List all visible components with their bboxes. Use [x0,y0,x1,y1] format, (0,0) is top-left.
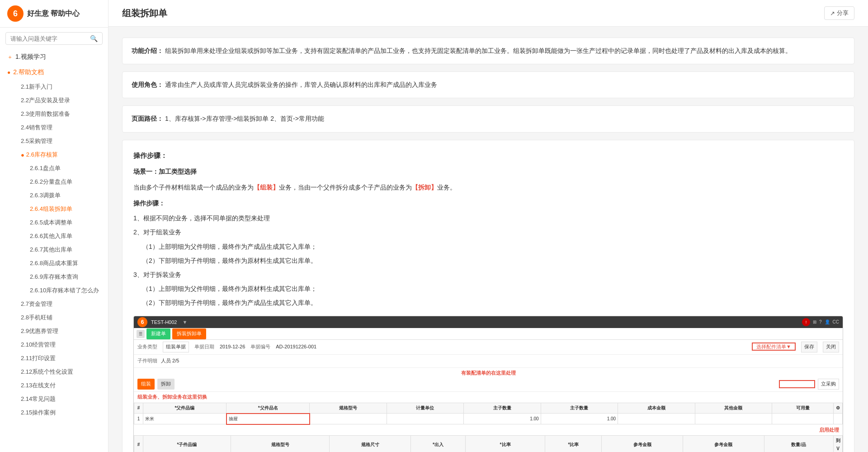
content-area: 功能介绍： 组装拆卸单用来处理企业组装或拆卸等加工业务，支持有固定装配清单的产品… [108,27,868,452]
ss-td-cost [618,414,695,424]
ss-form-type-select: 组装单据 [163,342,189,352]
ss-nav-icon: ☰ [137,330,145,338]
ss-th-8: 其他金额 [695,403,772,414]
step-3: 3、对于拆装业务 [133,269,843,281]
ss-th-9: 可用量 [772,403,834,414]
sidebar-item-2-4[interactable]: 2.4销售管理 [14,121,108,134]
ss-lower-table: # *子件品编 规格型号 规格尺寸 *出入 *比率 *比率 参考金额 参考金额 … [134,435,843,452]
ss-form-date: 2019-12-26 [220,343,245,352]
page-title: 组装拆卸单 [122,7,167,19]
sidebar-item-2-10[interactable]: 2.10经营管理 [14,338,108,352]
scene1-desc: 当由多个子件材料组装成一个成品的业务为【组装】业务，当由一个父件拆分成多个子产品… [133,182,843,193]
step-2: 2、对于组装业务 [133,227,843,238]
ss-annotation-box-1: 选择配件清单▼ [752,343,796,351]
ss-td-other [695,414,772,424]
sidebar-item-2-7[interactable]: 2.7资金管理 [14,297,108,311]
ss-lth-3: 规格尺寸 [330,436,411,452]
sidebar-item-2-6-7[interactable]: 2.6.7其他出库单 [23,243,108,257]
role-label: 使用角色： [132,81,163,88]
sidebar-item-2-12[interactable]: 2.12系统个性化设置 [14,365,108,379]
ops-title: 操作步骤： [133,149,843,162]
ss-type-assemble: 组装 [137,379,155,390]
sidebar-item-2-15[interactable]: 2.15操作案例 [14,406,108,419]
main-header: 组装拆卸单 ↗ 分享 [108,0,868,27]
step-3-2: （2）下部明细为子件明细，最终作为产成品生成其它入库单。 [142,297,843,309]
ss-upper-table: # *父件品编 *父件品名 规格型号 计量单位 主子数量 主子数量 成本金额 其… [134,403,843,425]
ops-steps-title: 操作步骤： [133,200,165,207]
sidebar-item-2-13[interactable]: 2.13在线支付 [14,379,108,392]
sidebar-item-2-6-5[interactable]: 2.6.5成本调整单 [23,216,108,229]
func-intro-text: 组装拆卸单用来处理企业组装或拆卸等加工业务，支持有固定装配清单的产品加工业务，也… [165,47,792,54]
screenshot-wrapper: 6 TEST-H002 ▼ ! ⊞ ? 👤 CC [133,316,843,452]
ss-th-4: 计量单位 [387,403,464,414]
ss-form-date-label: 单据日期 [194,343,214,352]
ss-sub-label: 子件明细 [137,357,157,366]
sidebar-item-help-docs[interactable]: ● 2.帮助文档 [0,65,108,80]
ss-th-1: *父件品编 [143,403,226,414]
ss-td-code: 米米 [143,414,226,424]
ss-icon-help: ? [819,318,822,326]
path-block: 页面路径： 1、库存核算->库存管理->组装拆卸单 2、首页->常用功能 [122,105,854,132]
step-2-2: （2）下部明细为子件明细，最终作为原材料生成其它出库单。 [142,255,843,266]
share-icon: ↗ [830,10,835,17]
sidebar-item-2-6-9[interactable]: 2.6.9库存账本查询 [23,270,108,284]
ss-th-edit: ⚙ [834,403,843,414]
sidebar-item-2-6-4[interactable]: 2.6.4组装拆卸单 [23,202,108,216]
sidebar-item-2-6-8[interactable]: 2.6.8商品成本重算 [23,257,108,270]
ss-icon-1: ! [802,318,810,326]
app-title: 好生意 帮助中心 [27,9,80,19]
ss-td-avail [772,414,834,424]
ss-topbar-text: TEST-H002 [151,318,177,327]
search-icon[interactable]: 🔍 [90,35,98,42]
ss-new-tab: 新建单 [146,328,170,339]
sidebar-item-2-6-1[interactable]: 2.6.1盘点单 [23,162,108,175]
sidebar-item-2-2[interactable]: 2.2产品安装及登录 [14,94,108,107]
search-bar[interactable]: 🔍 [5,32,103,45]
sidebar-item-2-5[interactable]: 2.5采购管理 [14,134,108,148]
ss-form-id: AD-20191226-001 [276,343,316,352]
ss-form-type-label: 业务类型 [137,343,157,352]
ss-td-q2: 1.00 [541,414,618,424]
ss-lth-9: 数量/品 [764,436,833,452]
ss-sub-count: 人员 2/5 [161,357,179,366]
ss-td-q1: 1.00 [464,414,541,424]
annotation-3: 启用处理 [819,426,839,435]
sidebar-item-2-11[interactable]: 2.11打印设置 [14,352,108,365]
ss-dropdown: ▼ [182,318,187,327]
ss-icon-initials: CC [833,318,839,326]
path-text: 1、库存核算->库存管理->组装拆卸单 2、首页->常用功能 [165,115,324,122]
sidebar-item-2-14[interactable]: 2.14常见问题 [14,392,108,406]
step-2-1: （1）上部明细为父件明细，最终作为产成品生成其它入库单； [142,241,843,252]
sidebar-item-2-1[interactable]: 2.1新手入门 [14,80,108,94]
ss-th-num: # [134,403,143,414]
ss-icon-user: 👤 [825,318,830,326]
ss-td-spec [310,414,387,424]
sidebar-item-2-6[interactable]: ● 2.6库存核算 [14,148,108,162]
ss-th-3: 规格型号 [310,403,387,414]
ss-td-name-red: 抽屉 [226,414,310,424]
step-3-1: （1）上部明细为父件明细，最终作为原材料生成其它出库单； [142,283,843,295]
search-input[interactable] [10,35,90,42]
sidebar-item-2-6-10[interactable]: 2.6.10库存账本错了怎么办 [23,284,108,297]
sidebar-item-video[interactable]: ＋ 1.视频学习 [0,49,108,65]
role-block: 使用角色： 通常由生产人员或库管人员完成拆装业务的操作，库管人员确认原材料的出库… [122,71,854,98]
ss-lth-2: 规格型号 [231,436,330,452]
ss-type-disassemble: 拆卸 [157,379,175,390]
sidebar-item-2-6-3[interactable]: 2.6.3调拨单 [23,189,108,202]
role-text: 通常由生产人员或库管人员完成拆装业务的操作，库管人员确认原材料的出库和产成品的入… [165,81,437,88]
ops-block: 操作步骤： 场景一：加工类型选择 当由多个子件材料组装成一个成品的业务为【组装】… [122,140,854,452]
sidebar-item-2-6-6[interactable]: 2.6.6其他入库单 [23,229,108,243]
minus-icon: ● [7,69,10,76]
ss-lth-8: 参考金额 [683,436,764,452]
func-intro-label: 功能介绍： [132,47,163,54]
sidebar-item-2-6-2[interactable]: 2.6.2分量盘点单 [23,175,108,189]
sidebar-item-2-3[interactable]: 2.3使用前数据准备 [14,107,108,121]
ss-btn-cancel: 关闭 [823,342,839,352]
share-button[interactable]: ↗ 分享 [824,6,854,20]
ss-btn-use: 立采购 [818,379,839,390]
ss-td-edit-btn [834,414,843,424]
sidebar-item-2-9[interactable]: 2.9优惠券管理 [14,324,108,338]
sidebar-nav: ＋ 1.视频学习 ● 2.帮助文档 2.1新手入门 2.2产品安装及登录 2.3… [0,49,108,452]
step-list: 1、根据不同的业务，选择不同单据的类型来处理 2、对于组装业务 （1）上部明细为… [133,213,843,309]
sidebar-item-2-8[interactable]: 2.8手机旺铺 [14,311,108,324]
